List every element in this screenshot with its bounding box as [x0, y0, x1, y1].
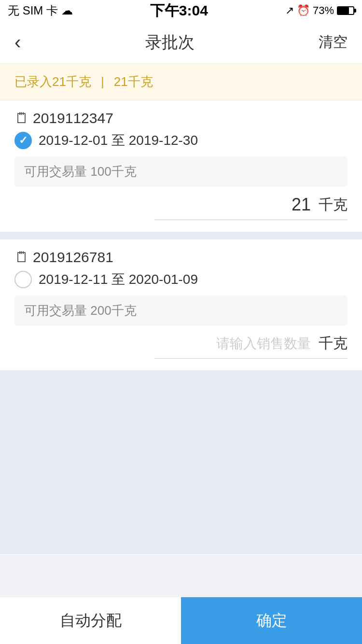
- quantity-underline-2: [154, 358, 348, 359]
- quantity-value-1[interactable]: 21: [272, 195, 311, 215]
- batch-header-2: 🗒 2019126781: [14, 249, 348, 266]
- status-time: 下午3:04: [150, 1, 208, 21]
- batch-radio-2[interactable]: [14, 271, 32, 288]
- batch-quota-1: 可用交易量 100千克: [14, 156, 348, 187]
- batch-radio-1[interactable]: [14, 132, 32, 149]
- batch-id-1: 2019112347: [33, 110, 113, 126]
- batch-date-1: 2019-12-01 至 2019-12-30: [39, 131, 198, 150]
- back-button[interactable]: ‹: [14, 31, 21, 53]
- summary-entered-label: 已录入21千克: [14, 73, 91, 90]
- summary-bar: 已录入21千克 | 21千克: [0, 64, 362, 100]
- batch-id-2: 2019126781: [33, 249, 113, 266]
- quantity-unit-2: 千克: [319, 334, 348, 353]
- location-icon: ↗: [285, 4, 294, 17]
- auto-distribute-label: 自动分配: [60, 610, 122, 631]
- section-divider: [0, 232, 362, 239]
- quantity-area-1: 21 千克: [0, 187, 362, 232]
- quantity-line-1: 21 千克: [14, 195, 348, 220]
- battery-icon: [337, 6, 354, 15]
- clear-button[interactable]: 清空: [319, 32, 348, 52]
- batch-header-1: 🗒 2019112347: [14, 110, 348, 126]
- status-bar: 无 SIM 卡 ☁ 下午3:04 ↗ ⏰ 73%: [0, 0, 362, 21]
- batch-date-2: 2019-12-11 至 2020-01-09: [39, 270, 198, 289]
- batch-date-row-2: 2019-12-11 至 2020-01-09: [14, 270, 348, 289]
- quantity-placeholder-2[interactable]: 请输入销售数量: [216, 335, 311, 353]
- quantity-line-2: 请输入销售数量 千克: [14, 334, 348, 358]
- footer: 自动分配 确定: [0, 597, 362, 644]
- summary-total-value: 21千克: [114, 73, 153, 90]
- no-sim-label: 无 SIM 卡 ☁: [8, 3, 73, 18]
- batch-doc-icon-1: 🗒: [14, 110, 29, 126]
- batch-date-row-1: 2019-12-01 至 2019-12-30: [14, 131, 348, 150]
- confirm-label: 确定: [256, 610, 287, 631]
- batch-item-2: 🗒 2019126781 2019-12-11 至 2020-01-09 可用交…: [0, 239, 362, 326]
- status-right: ↗ ⏰ 73%: [285, 4, 354, 17]
- bottom-empty-area: [0, 370, 362, 554]
- quantity-area-2: 请输入销售数量 千克: [0, 326, 362, 370]
- alarm-icon: ⏰: [297, 4, 310, 17]
- page-title: 录批次: [145, 31, 195, 54]
- batch-doc-icon-2: 🗒: [14, 249, 29, 266]
- nav-bar: ‹ 录批次 清空: [0, 21, 362, 64]
- summary-divider: |: [101, 74, 104, 89]
- confirm-button[interactable]: 确定: [181, 597, 362, 644]
- battery-label: 73%: [313, 4, 334, 17]
- batch-item-1: 🗒 2019112347 2019-12-01 至 2019-12-30 可用交…: [0, 100, 362, 187]
- quantity-underline-1: [154, 220, 348, 220]
- quantity-unit-1: 千克: [319, 195, 348, 215]
- batch-quota-2: 可用交易量 200千克: [14, 295, 348, 326]
- auto-distribute-button[interactable]: 自动分配: [0, 597, 181, 644]
- status-left: 无 SIM 卡 ☁: [8, 3, 73, 18]
